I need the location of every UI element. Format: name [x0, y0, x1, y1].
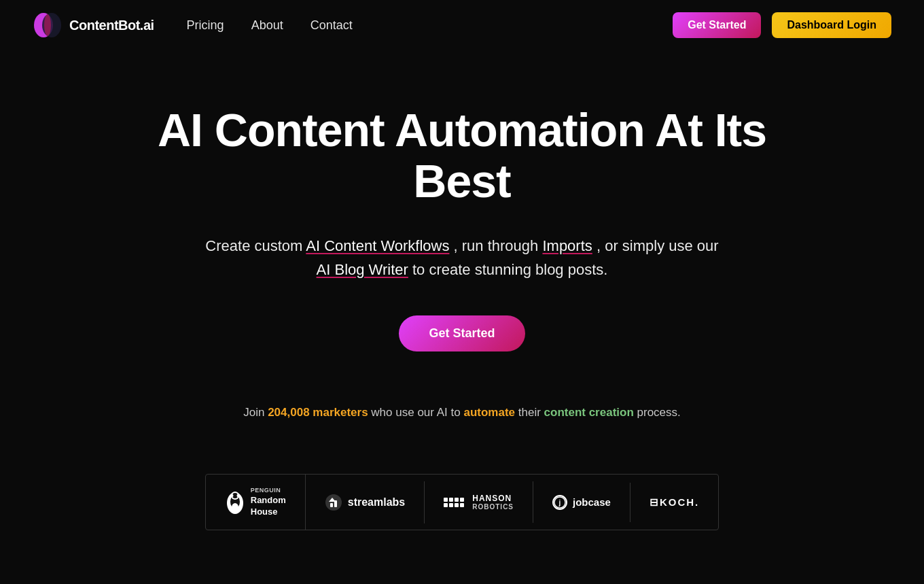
- nav-right: Get Started Dashboard Login: [673, 12, 891, 38]
- subtitle-suffix: to create stunning blog posts.: [412, 261, 607, 278]
- svg-text:j: j: [558, 499, 561, 506]
- subtitle-after: , or simply use our: [597, 237, 719, 254]
- penguin-icon: [225, 489, 245, 515]
- svg-point-2: [44, 14, 51, 36]
- nav-item-contact[interactable]: Contact: [310, 18, 353, 33]
- logo-text: ContentBot.ai: [69, 18, 154, 33]
- svg-point-9: [232, 503, 238, 511]
- nav-left: ContentBot.ai Pricing About Contact: [33, 11, 353, 39]
- social-prefix: Join: [243, 406, 264, 419]
- subtitle-middle: , run through: [454, 237, 539, 254]
- logo-penguin: PENGUIN Random House: [206, 475, 306, 530]
- social-content-creation: content creation: [544, 406, 634, 419]
- navbar: ContentBot.ai Pricing About Contact Get …: [0, 0, 924, 50]
- subtitle-prefix: Create custom: [205, 237, 302, 254]
- hanson-text: HANSON ROBOTICS: [472, 494, 514, 511]
- social-proof-section: Join 204,008 marketers who use our AI to…: [0, 392, 924, 460]
- logo-koch: ⊟KOCH.: [630, 484, 718, 521]
- nav-link-contact[interactable]: Contact: [310, 18, 353, 32]
- social-their: their: [518, 406, 544, 419]
- svg-point-8: [236, 494, 238, 497]
- svg-rect-11: [330, 503, 333, 507]
- logo-streamlabs: streamlabs: [306, 481, 425, 523]
- logos-section: PENGUIN Random House streamlabs HANSON: [0, 460, 924, 571]
- nav-item-about[interactable]: About: [251, 18, 283, 33]
- streamlabs-icon: [325, 494, 342, 511]
- jobcase-icon: j: [552, 495, 567, 510]
- social-automate: automate: [463, 406, 515, 419]
- logo-icon: [33, 11, 61, 39]
- streamlabs-text: streamlabs: [348, 496, 406, 509]
- subtitle-link-blog-writer[interactable]: AI Blog Writer: [317, 261, 408, 278]
- svg-point-7: [231, 494, 233, 497]
- hero-title: AI Content Automation At Its Best: [156, 105, 768, 207]
- subtitle-link-workflows[interactable]: AI Content Workflows: [306, 237, 449, 254]
- svg-point-10: [325, 494, 342, 511]
- penguin-text: PENGUIN Random House: [251, 487, 286, 517]
- nav-link-pricing[interactable]: Pricing: [187, 18, 224, 32]
- nav-item-pricing[interactable]: Pricing: [187, 18, 224, 33]
- logo-jobcase: j jobcase: [533, 483, 630, 522]
- nav-link-about[interactable]: About: [251, 18, 283, 32]
- koch-text: ⊟KOCH.: [650, 496, 699, 509]
- subtitle-link-imports[interactable]: Imports: [542, 237, 592, 254]
- social-suffix: process.: [637, 406, 681, 419]
- logo-hanson: HANSON ROBOTICS: [425, 481, 533, 523]
- dashboard-login-button[interactable]: Dashboard Login: [772, 12, 891, 38]
- hero-subtitle: Create custom AI Content Workflows , run…: [204, 234, 720, 281]
- social-middle: who use our AI to: [371, 406, 463, 419]
- logo-link[interactable]: ContentBot.ai: [33, 11, 154, 39]
- hero-get-started-button[interactable]: Get Started: [399, 315, 525, 351]
- hero-section: AI Content Automation At Its Best Create…: [0, 50, 924, 392]
- hanson-grid-icon: [444, 498, 464, 507]
- logos-inner: PENGUIN Random House streamlabs HANSON: [205, 474, 719, 530]
- nav-links: Pricing About Contact: [187, 18, 353, 33]
- social-count: 204,008 marketers: [268, 406, 368, 419]
- nav-get-started-button[interactable]: Get Started: [673, 12, 761, 38]
- jobcase-text: jobcase: [573, 496, 611, 508]
